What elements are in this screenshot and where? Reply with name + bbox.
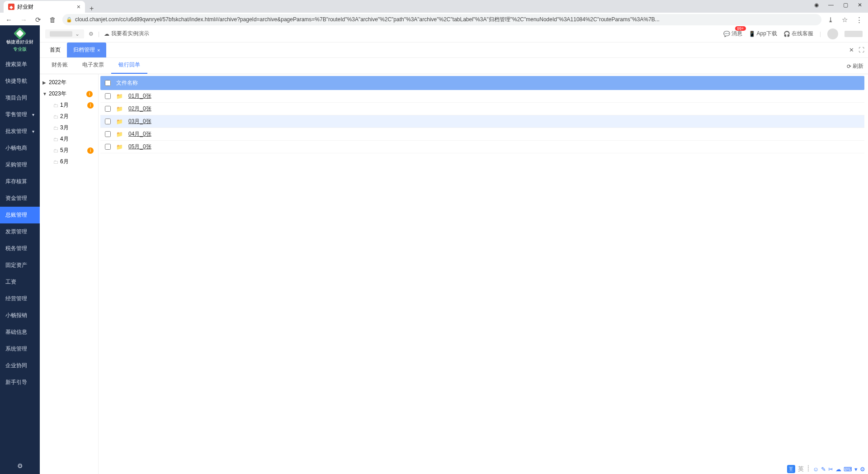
fullscreen-icon[interactable]: ⛶ — [859, 47, 864, 53]
sidebar-item-14[interactable]: 经营管理 — [0, 290, 40, 307]
tray-smile-icon[interactable]: ☺ — [813, 466, 819, 473]
chrome-account-icon[interactable]: ◉ — [812, 2, 821, 8]
refresh-button[interactable]: ⟳ 刷新 — [847, 62, 863, 74]
page-tab-label: 首页 — [50, 47, 61, 53]
minimize-icon[interactable]: — — [826, 2, 835, 8]
year-tree: ▶ 2022年 ▼ 2023年 i 🗀1月i🗀2月🗀3月🗀4月🗀5月i🗀6月 — [40, 74, 99, 474]
sub-tab-2[interactable]: 银行回单 — [111, 57, 147, 74]
brand-name: 畅捷通好业财 — [6, 39, 33, 45]
ime-mode[interactable]: 英 — [798, 465, 804, 473]
address-bar[interactable]: 🔒 cloud.chanjet.com/cc/u6d89qwnryel/57bf… — [62, 14, 821, 25]
sidebar-item-11[interactable]: 税务管理 — [0, 240, 40, 257]
star-icon[interactable]: ☆ — [840, 16, 849, 24]
sidebar-item-label: 工资 — [5, 278, 16, 286]
tray-keyboard-icon[interactable]: ⌨ — [844, 466, 852, 473]
install-icon[interactable]: ⤓ — [826, 16, 835, 24]
tray-cloud-icon[interactable]: ☁ — [835, 466, 841, 473]
sidebar-item-12[interactable]: 固定资产 — [0, 257, 40, 274]
row-checkbox[interactable] — [105, 118, 111, 124]
tree-month-0[interactable]: 🗀1月i — [42, 100, 96, 111]
table-row[interactable]: 📁04月_0张 — [100, 128, 864, 141]
table-row[interactable]: 📁02月_0张 — [100, 103, 864, 115]
demo-link[interactable]: ☁ 我要看实例演示 — [104, 30, 149, 38]
sidebar-item-7[interactable]: 库存核算 — [0, 173, 40, 190]
sidebar-item-17[interactable]: 系统管理 — [0, 341, 40, 357]
table-row[interactable]: 📁05月_0张 — [100, 141, 864, 153]
org-selector[interactable]: ⌄ — [45, 29, 84, 38]
tree-month-4[interactable]: 🗀5月i — [42, 145, 96, 156]
tab-title: 好业财 — [17, 3, 33, 11]
close-window-icon[interactable]: ✕ — [855, 2, 864, 8]
sidebar-item-9[interactable]: 总账管理 — [0, 207, 40, 223]
table-row[interactable]: 📁01月_0张 — [100, 90, 864, 103]
sidebar-item-13[interactable]: 工资 — [0, 274, 40, 290]
tray-gear-icon[interactable]: ⚙ — [860, 466, 865, 473]
close-all-tabs-icon[interactable]: ✕ — [849, 47, 854, 53]
tree-month-5[interactable]: 🗀6月 — [42, 156, 96, 167]
tree-year-2022[interactable]: ▶ 2022年 — [42, 77, 96, 88]
sidebar-item-label: 采购管理 — [5, 161, 27, 169]
sidebar-item-4[interactable]: 批发管理▾ — [0, 123, 40, 140]
tray-down-icon[interactable]: ▾ — [854, 466, 858, 473]
tree-month-2[interactable]: 🗀3月 — [42, 122, 96, 133]
folder-icon: 🗀 — [53, 159, 58, 165]
ime-tray: 王 英 ┊ ☺ ✎ ✂ ☁ ⌨ ▾ ⚙ — [787, 465, 865, 473]
delete-icon[interactable]: 🗑 — [47, 16, 58, 24]
ime-indicator[interactable]: 王 — [787, 465, 795, 473]
sidebar-item-6[interactable]: 采购管理 — [0, 156, 40, 173]
sidebar-item-label: 发票管理 — [5, 228, 27, 236]
close-icon[interactable]: × — [97, 47, 100, 53]
sidebar-item-8[interactable]: 资金管理 — [0, 190, 40, 207]
month-label: 6月 — [60, 158, 69, 166]
page-tab-1[interactable]: 归档管理× — [67, 43, 106, 57]
browser-tab[interactable]: ◆ 好业财 × — [4, 1, 85, 13]
file-name-link[interactable]: 05月_0张 — [128, 143, 151, 151]
sidebar-item-15[interactable]: 小畅报销 — [0, 307, 40, 324]
folder-icon: 🗀 — [53, 103, 58, 108]
file-name-link[interactable]: 02月_0张 — [128, 105, 151, 113]
file-name-link[interactable]: 01月_0张 — [128, 92, 151, 100]
support-button[interactable]: 🎧 在线客服 — [783, 30, 813, 38]
sidebar-item-2[interactable]: 项目合同 — [0, 90, 40, 106]
gear-icon[interactable]: ⚙ — [89, 31, 94, 37]
sidebar-item-19[interactable]: 新手引导 — [0, 374, 40, 391]
select-all-checkbox[interactable] — [105, 80, 111, 86]
tray-scissors-icon[interactable]: ✂ — [828, 466, 833, 473]
sidebar-item-3[interactable]: 零售管理▾ — [0, 106, 40, 123]
menu-icon[interactable]: ⋮ — [854, 16, 864, 24]
sidebar-item-5[interactable]: 小畅电商 — [0, 140, 40, 156]
sidebar-item-1[interactable]: 快捷导航 — [0, 73, 40, 90]
close-tab-icon[interactable]: × — [77, 3, 80, 10]
file-name-link[interactable]: 03月_0张 — [128, 118, 151, 125]
sidebar-item-16[interactable]: 基础信息 — [0, 324, 40, 341]
tray-edit-icon[interactable]: ✎ — [821, 466, 826, 473]
tree-month-1[interactable]: 🗀2月 — [42, 111, 96, 122]
row-checkbox[interactable] — [105, 144, 111, 150]
tree-year-2023[interactable]: ▼ 2023年 i — [42, 88, 96, 100]
reload-icon[interactable]: ⟳ — [33, 16, 43, 24]
new-tab-button[interactable]: + — [85, 5, 98, 13]
sidebar-item-label: 经营管理 — [5, 295, 27, 303]
row-checkbox[interactable] — [105, 131, 111, 137]
sidebar-item-10[interactable]: 发票管理 — [0, 223, 40, 240]
sub-tab-1[interactable]: 电子发票 — [75, 57, 111, 74]
sub-tab-0[interactable]: 财务账 — [44, 57, 75, 74]
sidebar-item-0[interactable]: 搜索菜单 — [0, 56, 40, 73]
tray-separator: ┊ — [807, 465, 810, 473]
maximize-icon[interactable]: ▢ — [841, 2, 850, 8]
back-icon[interactable]: ← — [4, 16, 14, 24]
row-checkbox[interactable] — [105, 106, 111, 112]
file-name-link[interactable]: 04月_0张 — [128, 130, 151, 138]
tree-month-3[interactable]: 🗀4月 — [42, 133, 96, 145]
app-download-button[interactable]: 📱 App下载 — [749, 30, 777, 38]
table-row[interactable]: 📁03月_0张 — [100, 115, 864, 128]
avatar[interactable] — [827, 28, 838, 39]
page-tab-0[interactable]: 首页 — [43, 43, 67, 57]
row-checkbox[interactable] — [105, 93, 111, 99]
sidebar-item-18[interactable]: 企业协同 — [0, 357, 40, 374]
messages-button[interactable]: 💬 消息 99+ — [723, 30, 742, 38]
lock-icon: 🔒 — [66, 17, 72, 23]
sidebar-item-label: 固定资产 — [5, 261, 27, 269]
sidebar-item-label: 快捷导航 — [5, 77, 27, 85]
settings-icon[interactable]: ⚙ — [0, 458, 40, 474]
